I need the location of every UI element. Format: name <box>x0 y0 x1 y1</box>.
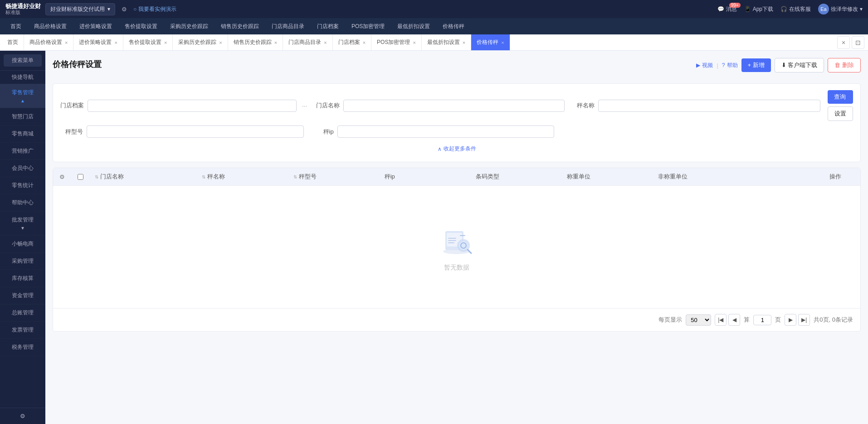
tab-store-catalog[interactable]: 门店商品目录 × <box>283 34 332 50</box>
tab-sale-extract[interactable]: 售价提取设置 × <box>123 34 173 50</box>
nav-min-discount[interactable]: 最低折扣设置 <box>392 20 435 33</box>
tab-purchase-history[interactable]: 采购历史价跟踪 × <box>173 34 228 50</box>
select-all-checkbox[interactable] <box>71 169 89 184</box>
nav-sale-extract[interactable]: 售价提取设置 <box>120 20 162 33</box>
page-input[interactable] <box>753 315 771 325</box>
close-icon[interactable]: × <box>463 40 465 45</box>
download-button[interactable]: ⬇ 客户端下载 <box>775 58 824 72</box>
col-header-store: ⇅ 门店名称 <box>89 168 196 185</box>
user-menu[interactable]: Ea 徐泽华修改 ▾ <box>818 4 863 14</box>
col-header-non-weight: 非称重单位 <box>653 168 824 185</box>
main-layout: 搜索菜单 快捷导航 零售管理 ▲ 智慧门店 零售商城 营销推广 会员中心 零售统… <box>0 51 868 424</box>
nav-store-catalog[interactable]: 门店商品目录 <box>267 20 309 33</box>
last-page-button[interactable]: ▶| <box>798 314 810 326</box>
filter-scale-name: 秤名称 <box>572 100 820 112</box>
filter-store-archive: 门店档案 ··· <box>60 100 309 112</box>
messages-button[interactable]: 💬 消息 99+ <box>717 5 737 13</box>
close-icon[interactable]: × <box>501 40 504 45</box>
tab-expand[interactable]: ⊡ <box>852 36 864 49</box>
prev-page-button[interactable]: ◀ <box>728 314 740 326</box>
sidebar-item-inventory[interactable]: 库存核算 <box>0 270 45 287</box>
col-header-barcode: 条码类型 <box>470 168 561 185</box>
nav-price-settings[interactable]: 商品价格设置 <box>29 20 72 33</box>
checkbox-all[interactable] <box>78 174 83 180</box>
online-service-button[interactable]: 🎧 在线客服 <box>780 5 811 13</box>
sidebar-quick-nav[interactable]: 快捷导航 <box>0 71 45 84</box>
first-page-button[interactable]: |◀ <box>715 314 727 326</box>
store-name-input[interactable] <box>343 100 565 112</box>
version-selector[interactable]: 好业财标准版交付试用 ▾ <box>45 3 115 15</box>
demo-link[interactable]: ○ 我要看实例演示 <box>133 5 176 13</box>
collapse-button[interactable]: ∧ 收起更多条件 <box>60 142 853 155</box>
sidebar-item-finance[interactable]: 资金管理 <box>0 287 45 304</box>
settings-filter-button[interactable]: 设置 <box>828 106 853 121</box>
sidebar-item-purchase[interactable]: 采购管理 <box>0 253 45 270</box>
empty-illustration <box>434 222 479 258</box>
close-icon[interactable]: × <box>114 40 117 45</box>
nav-price-scale[interactable]: 价格传秤 <box>438 20 469 33</box>
app-download-button[interactable]: 📱 App下载 <box>744 5 773 13</box>
nav-home[interactable]: 首页 <box>5 20 26 33</box>
content-area: 价格传秤设置 ▶ 视频 | ? 帮助 + 新增 ⬇ 客户端下载 🗑 删除 <box>45 51 868 424</box>
tab-store-profile[interactable]: 门店档案 × <box>333 34 371 50</box>
nav-purchase-history[interactable]: 采购历史价跟踪 <box>165 20 213 33</box>
close-icon[interactable]: × <box>413 40 415 45</box>
sidebar-item-help[interactable]: 帮助中心 <box>0 194 45 212</box>
sidebar: 搜索菜单 快捷导航 零售管理 ▲ 智慧门店 零售商城 营销推广 会员中心 零售统… <box>0 51 45 424</box>
next-page-button[interactable]: ▶ <box>785 314 796 326</box>
close-icon[interactable]: × <box>219 40 222 45</box>
page-nav: |◀ ◀ 算 页 ▶ ▶| <box>715 314 810 326</box>
help-link[interactable]: ? 帮助 <box>722 62 738 69</box>
tab-pos-security[interactable]: POS加密管理 × <box>371 34 422 50</box>
scale-ip-input[interactable] <box>337 125 555 138</box>
sidebar-item-retail-mall[interactable]: 零售商城 <box>0 125 45 143</box>
headset-icon: 🎧 <box>780 6 787 12</box>
close-icon[interactable]: × <box>164 40 167 45</box>
nav-purchase-strategy[interactable]: 进价策略设置 <box>74 20 117 33</box>
separator: | <box>717 62 718 69</box>
play-icon: ▶ <box>696 62 700 68</box>
close-icon[interactable]: × <box>324 40 327 45</box>
sidebar-item-tax[interactable]: 税务管理 <box>0 339 45 356</box>
gear-icon[interactable]: ⚙ <box>119 4 130 14</box>
tab-min-discount[interactable]: 最低折扣设置 × <box>422 34 471 50</box>
add-button[interactable]: + 新增 <box>741 58 771 72</box>
video-link[interactable]: ▶ 视频 <box>696 62 713 69</box>
store-archive-input[interactable] <box>88 100 297 112</box>
column-settings-icon[interactable]: ⚙ <box>53 169 71 185</box>
tab-price-scale[interactable]: 价格传秤 × <box>471 34 510 50</box>
scale-ip-label: 秤ip <box>311 128 334 136</box>
scale-model-input[interactable] <box>87 125 304 138</box>
close-icon[interactable]: × <box>363 40 366 45</box>
sidebar-item-retail[interactable]: 零售管理 ▲ <box>0 84 45 108</box>
per-page-select[interactable]: 10 20 50 100 <box>686 314 711 326</box>
tab-purchase-strategy[interactable]: 进价策略设置 × <box>73 34 123 50</box>
download-icon: 📱 <box>744 6 751 12</box>
close-icon[interactable]: × <box>65 40 68 45</box>
delete-button[interactable]: 🗑 删除 <box>828 58 861 72</box>
tab-close-current[interactable]: × <box>837 36 850 49</box>
more-icon[interactable]: ··· <box>300 102 309 109</box>
sidebar-item-invoice[interactable]: 发票管理 <box>0 322 45 339</box>
col-header-scale-ip: 秤ip <box>379 168 470 185</box>
scale-name-input[interactable] <box>598 100 820 112</box>
tab-sale-history[interactable]: 销售历史价跟踪 × <box>228 34 283 50</box>
nav-sale-history[interactable]: 销售历史价跟踪 <box>216 20 264 33</box>
sort-icon: ⇅ <box>202 174 205 179</box>
sidebar-item-marketing[interactable]: 营销推广 <box>0 143 45 160</box>
sidebar-item-smart-store[interactable]: 智慧门店 <box>0 108 45 125</box>
sidebar-settings-button[interactable]: ⚙ <box>0 408 45 424</box>
sidebar-item-retail-stats[interactable]: 零售统计 <box>0 177 45 194</box>
search-menu-button[interactable]: 搜索菜单 <box>4 54 42 67</box>
sidebar-item-wholesale[interactable]: 批发管理 ▼ <box>0 212 45 236</box>
top-bar-left: 畅捷通好业财 标准版 好业财标准版交付试用 ▾ ⚙ ○ 我要看实例演示 <box>5 3 176 16</box>
tab-price-settings[interactable]: 商品价格设置 × <box>24 34 73 50</box>
sidebar-item-ledger[interactable]: 总账管理 <box>0 304 45 322</box>
tab-home[interactable]: 首页 <box>2 34 24 50</box>
query-button[interactable]: 查询 <box>828 90 853 104</box>
nav-store-profile[interactable]: 门店档案 <box>312 20 344 33</box>
sidebar-item-ecommerce[interactable]: 小畅电商 <box>0 236 45 253</box>
nav-pos-security[interactable]: POS加密管理 <box>346 20 390 33</box>
sidebar-item-member[interactable]: 会员中心 <box>0 160 45 177</box>
close-icon[interactable]: × <box>274 40 277 45</box>
